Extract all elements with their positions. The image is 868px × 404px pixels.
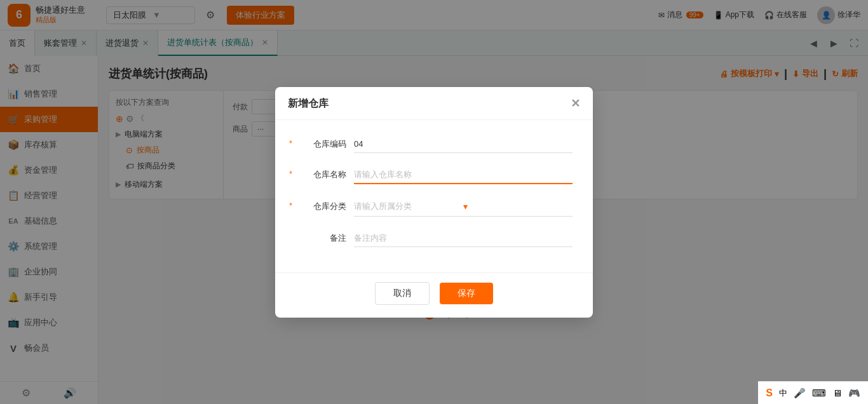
new-warehouse-modal: 新增仓库 ✕ 仓库编码 仓库名称 仓库分类 请输入所属分类 ▾: [275, 87, 593, 318]
modal-footer: 取消 保存: [275, 273, 593, 318]
modal-overlay: 新增仓库 ✕ 仓库编码 仓库名称 仓库分类 请输入所属分类 ▾: [0, 0, 868, 404]
category-field-row: 仓库分类 请输入所属分类 ▾: [295, 197, 573, 217]
category-label: 仓库分类: [295, 201, 346, 212]
note-label: 备注: [295, 232, 346, 244]
category-dropdown-arrow: ▾: [463, 201, 573, 212]
status-footer: S 中 🎤 ⌨ 🖥 🎮: [758, 381, 868, 404]
name-label: 仓库名称: [295, 169, 346, 180]
category-select[interactable]: 请输入所属分类 ▾: [354, 197, 573, 217]
cancel-btn[interactable]: 取消: [375, 282, 430, 305]
modal-header: 新增仓库 ✕: [275, 87, 593, 120]
code-field-row: 仓库编码: [295, 135, 573, 153]
code-input[interactable]: [354, 135, 573, 153]
note-input[interactable]: [354, 229, 573, 247]
modal-body: 仓库编码 仓库名称 仓库分类 请输入所属分类 ▾ 备注: [275, 120, 593, 273]
monitor-icon[interactable]: 🖥: [832, 387, 842, 398]
lang-icon[interactable]: 中: [779, 387, 787, 399]
modal-title: 新增仓库: [288, 97, 329, 111]
mic-icon[interactable]: 🎤: [794, 387, 806, 399]
code-label: 仓库编码: [295, 138, 346, 150]
name-input[interactable]: [354, 166, 573, 184]
s-brand-icon: S: [766, 387, 773, 399]
gamepad-icon[interactable]: 🎮: [848, 387, 860, 399]
modal-close-btn[interactable]: ✕: [571, 98, 580, 109]
category-placeholder: 请输入所属分类: [354, 201, 463, 212]
save-btn[interactable]: 保存: [440, 283, 493, 304]
keyboard-icon[interactable]: ⌨: [812, 387, 826, 399]
name-field-row: 仓库名称: [295, 166, 573, 184]
note-field-row: 备注: [295, 229, 573, 247]
